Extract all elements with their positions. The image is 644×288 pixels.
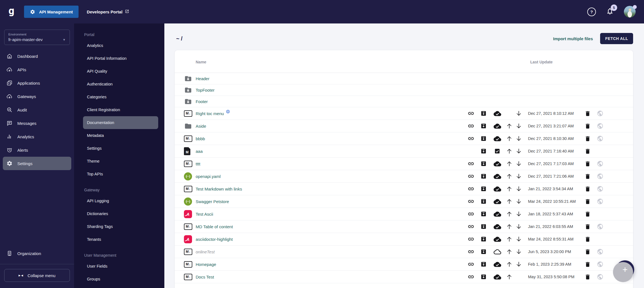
delete-icon[interactable] bbox=[581, 274, 594, 280]
document-name-link[interactable]: bbbb bbox=[196, 136, 205, 141]
move-up-icon[interactable] bbox=[505, 173, 514, 180]
publish-status-icon[interactable] bbox=[490, 273, 505, 281]
sidebar-item-dashboard[interactable]: Dashboard bbox=[3, 49, 71, 63]
subnav-item-settings[interactable]: Settings bbox=[83, 142, 158, 155]
publish-status-icon[interactable] bbox=[490, 135, 505, 142]
move-up-icon[interactable] bbox=[505, 198, 514, 205]
move-up-icon[interactable] bbox=[505, 236, 514, 242]
subnav-item-theme[interactable]: Theme bbox=[83, 155, 158, 168]
document-name-link[interactable]: Homepage bbox=[196, 262, 216, 267]
move-down-icon[interactable] bbox=[514, 135, 524, 142]
sidebar-item-alerts[interactable]: Alerts bbox=[3, 143, 71, 157]
unpublish-icon[interactable] bbox=[594, 110, 606, 117]
save-icon[interactable] bbox=[477, 148, 490, 154]
move-up-icon[interactable] bbox=[505, 123, 514, 129]
copy-link-icon[interactable] bbox=[465, 160, 477, 167]
move-up-icon[interactable] bbox=[505, 211, 514, 217]
publish-status-icon[interactable] bbox=[490, 248, 505, 256]
copy-link-icon[interactable] bbox=[465, 211, 477, 217]
unpublish-icon[interactable] bbox=[594, 123, 606, 129]
unpublish-icon[interactable] bbox=[594, 223, 606, 230]
copy-link-icon[interactable] bbox=[465, 123, 477, 129]
move-down-icon[interactable] bbox=[514, 211, 524, 217]
copy-link-icon[interactable] bbox=[465, 236, 477, 242]
move-down-icon[interactable] bbox=[514, 110, 524, 117]
copy-link-icon[interactable] bbox=[465, 185, 477, 192]
unpublish-icon[interactable] bbox=[594, 160, 606, 167]
environment-select[interactable]: Environment fr-apim-master-dev ▼ bbox=[4, 30, 70, 45]
sidebar-item-analytics[interactable]: Analytics bbox=[3, 130, 71, 143]
copy-link-icon[interactable] bbox=[465, 198, 477, 205]
subnav-item-tenants[interactable]: Tenants bbox=[83, 233, 158, 246]
copy-link-icon[interactable] bbox=[465, 173, 477, 180]
save-icon[interactable] bbox=[477, 274, 490, 280]
copy-link-icon[interactable] bbox=[465, 135, 477, 142]
subnav-item-api-quality[interactable]: API Quality bbox=[83, 65, 158, 78]
copy-link-icon[interactable] bbox=[465, 273, 477, 280]
unpublish-icon[interactable] bbox=[594, 173, 606, 180]
unpublish-icon[interactable] bbox=[594, 198, 606, 205]
delete-icon[interactable] bbox=[581, 249, 594, 255]
unpublish-icon[interactable] bbox=[594, 185, 606, 192]
document-name-link[interactable]: Test Ascii bbox=[196, 212, 213, 216]
subnav-item-user-fields[interactable]: User Fields bbox=[83, 260, 158, 273]
publish-status-icon[interactable] bbox=[490, 223, 505, 230]
help-icon[interactable]: ? bbox=[587, 8, 596, 16]
sidebar-item-applications[interactable]: Applications bbox=[3, 76, 71, 90]
move-up-icon[interactable] bbox=[505, 185, 514, 192]
save-icon[interactable] bbox=[477, 186, 490, 192]
publish-status-icon[interactable] bbox=[490, 210, 505, 218]
sidebar-item-organization[interactable]: Organization bbox=[3, 247, 71, 260]
unpublish-icon[interactable] bbox=[594, 273, 606, 280]
api-management-button[interactable]: API Management bbox=[24, 6, 79, 18]
delete-icon[interactable] bbox=[581, 123, 594, 129]
delete-icon[interactable] bbox=[581, 198, 594, 205]
publish-status-icon[interactable] bbox=[490, 261, 505, 268]
move-up-icon[interactable] bbox=[505, 160, 514, 167]
move-down-icon[interactable] bbox=[514, 223, 524, 230]
delete-icon[interactable] bbox=[581, 223, 594, 230]
move-down-icon[interactable] bbox=[514, 123, 524, 129]
delete-icon[interactable] bbox=[581, 186, 594, 192]
document-name-link[interactable]: Test Markdown with links bbox=[196, 187, 242, 191]
subnav-item-metadata[interactable]: Metadata bbox=[83, 129, 158, 142]
save-icon[interactable] bbox=[477, 211, 490, 217]
unpublish-icon[interactable] bbox=[594, 248, 606, 255]
copy-link-icon[interactable] bbox=[465, 248, 477, 255]
subnav-item-groups[interactable]: Groups bbox=[83, 273, 158, 285]
move-down-icon[interactable] bbox=[514, 261, 524, 268]
document-name-link[interactable]: openapi.yaml bbox=[196, 174, 221, 179]
delete-icon[interactable] bbox=[581, 161, 594, 167]
document-name-link[interactable]: Right toc menu bbox=[196, 111, 224, 116]
document-name-link[interactable]: onlineTest bbox=[196, 249, 215, 254]
move-down-icon[interactable] bbox=[514, 173, 524, 180]
subnav-item-authentication[interactable]: Authentication bbox=[83, 78, 158, 91]
copy-link-icon[interactable] bbox=[465, 261, 477, 268]
save-icon[interactable] bbox=[477, 261, 490, 267]
document-name-link[interactable]: tttt bbox=[196, 161, 200, 166]
unpublish-icon[interactable] bbox=[594, 261, 606, 268]
subnav-item-dictionaries[interactable]: Dictionaries bbox=[83, 207, 158, 220]
publish-status-icon[interactable] bbox=[490, 110, 505, 117]
collapse-menu-button[interactable]: ▶◀ Collapse menu bbox=[4, 269, 70, 282]
save-icon[interactable] bbox=[477, 161, 490, 167]
document-name-link[interactable]: aaa bbox=[196, 149, 203, 154]
subnav-item-analytics[interactable]: Analytics bbox=[83, 39, 158, 52]
move-down-icon[interactable] bbox=[514, 160, 524, 167]
subnav-item-sharding-tags[interactable]: Sharding Tags bbox=[83, 220, 158, 233]
subnav-item-top-apis[interactable]: Top APIs bbox=[83, 168, 158, 180]
save-icon[interactable] bbox=[477, 223, 490, 230]
move-down-icon[interactable] bbox=[514, 248, 524, 255]
move-down-icon[interactable] bbox=[514, 236, 524, 242]
publish-status-icon[interactable] bbox=[490, 198, 505, 205]
save-icon[interactable] bbox=[477, 110, 490, 116]
delete-icon[interactable] bbox=[581, 261, 594, 268]
move-down-icon[interactable] bbox=[514, 185, 524, 192]
save-icon[interactable] bbox=[477, 135, 490, 142]
delete-icon[interactable] bbox=[581, 110, 594, 117]
delete-icon[interactable] bbox=[581, 135, 594, 142]
sidebar-item-audit[interactable]: Audit bbox=[3, 103, 71, 116]
publish-status-icon[interactable] bbox=[490, 173, 505, 180]
delete-icon[interactable] bbox=[581, 236, 594, 242]
move-up-icon[interactable] bbox=[505, 273, 514, 280]
